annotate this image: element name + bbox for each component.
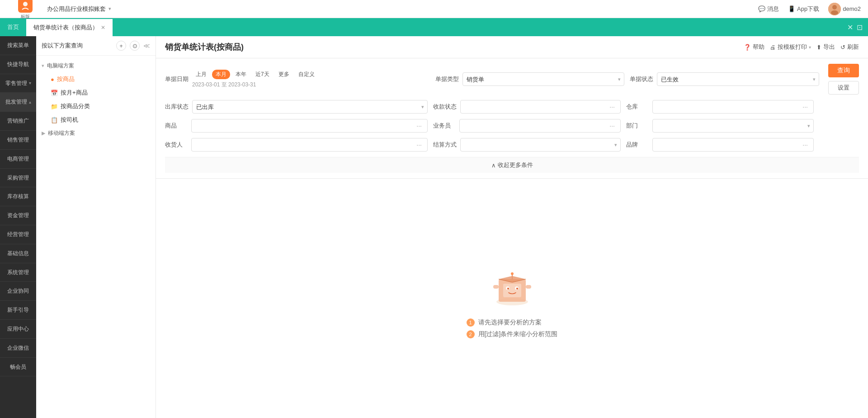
date-tab-this-year[interactable]: 本年 — [232, 70, 250, 79]
filter-panel-actions: + ⊙ ≪ — [116, 41, 150, 51]
export-icon: ⬆ — [816, 44, 821, 51]
app-download-btn[interactable]: 📱 App下载 — [788, 5, 819, 13]
payment-status-input[interactable]: ··· — [460, 100, 621, 114]
sidebar-item-corp[interactable]: 企业协同 — [0, 282, 36, 301]
tree-item-by-month-goods[interactable]: 📅 按月+商品 — [45, 86, 156, 100]
sidebar-item-appcenter[interactable]: 应用中心 — [0, 320, 36, 339]
svg-point-2 — [832, 5, 837, 10]
filter-add-btn[interactable]: + — [116, 41, 126, 51]
sidebar-item-sys[interactable]: 系统管理 — [0, 263, 36, 282]
receiver-input[interactable]: ··· — [191, 138, 428, 152]
date-tab-custom[interactable]: 自定义 — [295, 70, 318, 79]
dept-select[interactable] — [652, 119, 814, 133]
salesperson-label: 业务员 — [433, 122, 456, 130]
by-sku-icon: 📋 — [51, 117, 58, 124]
doc-type-field: 单据类型 销货单 ▾ — [435, 72, 625, 86]
export-btn[interactable]: ⬆ 导出 — [816, 43, 835, 51]
tree-desktop[interactable]: ▾ 电脑端方案 — [36, 59, 156, 72]
tab-maximize[interactable]: ⊡ — [857, 23, 863, 32]
header-right: 💬 消息 📱 App下载 demo2 — [758, 3, 861, 15]
date-tab-this-month[interactable]: 本月 — [212, 70, 230, 79]
query-btn[interactable]: 查询 — [828, 64, 859, 77]
dept-select-wrapper: ▾ — [652, 119, 814, 133]
goods-ellipsis[interactable]: ··· — [415, 122, 424, 129]
sidebar-item-ops[interactable]: 经营管理 — [0, 225, 36, 244]
settlement-label: 结算方式 — [433, 141, 457, 149]
goods-input[interactable]: ··· — [191, 119, 428, 133]
salesperson-input[interactable]: ··· — [459, 119, 621, 133]
by-month-goods-icon: 📅 — [51, 90, 58, 96]
brand-ellipsis[interactable]: ··· — [801, 141, 810, 148]
tab-sales-stat[interactable]: 销货单统计表（按商品） ✕ — [26, 18, 113, 36]
help-icon: ❓ — [744, 44, 751, 51]
payment-status-ellipsis[interactable]: ··· — [608, 103, 617, 110]
doc-status-select[interactable]: 已生效 — [657, 72, 819, 86]
tree-mobile[interactable]: ▶ 移动端方案 — [36, 127, 156, 140]
warehouse-ellipsis[interactable]: ··· — [801, 103, 810, 110]
print-btn[interactable]: 🖨 按模板打印 ▾ — [770, 43, 811, 51]
message-btn[interactable]: 💬 消息 — [758, 5, 779, 13]
tab-close-window[interactable]: ✕ — [847, 23, 853, 32]
svg-rect-17 — [526, 285, 531, 289]
filter-collapse-btn[interactable]: ≪ — [143, 42, 150, 49]
refresh-btn[interactable]: ↺ 刷新 — [840, 43, 859, 51]
sidebar-item-search[interactable]: 搜索菜单 — [0, 36, 36, 55]
filter-row-4: 收货人 ··· 结算方式 ▾ — [165, 138, 859, 152]
logo-text: 标版 — [21, 14, 30, 20]
empty-tip-2: 2 用[过滤]条件来缩小分析范围 — [467, 330, 558, 338]
settlement-select[interactable] — [460, 138, 621, 152]
sidebar-item-finance[interactable]: 资金管理 — [0, 206, 36, 225]
print-dropdown-arrow[interactable]: ▾ — [809, 45, 811, 50]
sidebar-item-marketing[interactable]: 营销推广 — [0, 112, 36, 131]
brand-input[interactable]: ··· — [652, 138, 814, 152]
sidebar-item-quicknav[interactable]: 快捷导航 — [0, 55, 36, 74]
warehouse-input[interactable]: ··· — [652, 100, 814, 114]
app-title-dropdown[interactable]: ▾ — [108, 6, 111, 12]
sidebar-item-purchase[interactable]: 采购管理 — [0, 169, 36, 188]
help-btn[interactable]: ❓ 帮助 — [744, 43, 764, 51]
logo-area: 标版 — [7, 0, 43, 20]
settings-btn[interactable]: 设置 — [828, 81, 859, 95]
collapse-conditions-btn[interactable]: ∧ 收起更多条件 — [165, 157, 859, 173]
message-icon: 💬 — [758, 5, 765, 12]
stock-status-select[interactable]: 已出库 — [192, 100, 428, 114]
date-label: 单据日期 — [165, 75, 189, 83]
page-header: 销货单统计表(按商品) ❓ 帮助 🖨 按模板打印 ▾ ⬆ — [156, 36, 868, 58]
doc-type-select[interactable]: 销货单 — [462, 72, 625, 86]
tree-item-by-goods[interactable]: ● 按商品 — [45, 72, 156, 86]
tab-close-btn[interactable]: ✕ — [101, 25, 105, 30]
tree-item-by-goods-cat[interactable]: 📁 按商品分类 — [45, 100, 156, 113]
sidebar-item-vip[interactable]: 畅会员 — [0, 358, 36, 377]
filter-row-1: 单据日期 上月 本月 本年 近7天 更多 自定义 2023-03-01 至 20… — [165, 64, 859, 95]
filter-settings-btn[interactable]: ⊙ — [130, 41, 140, 51]
by-goods-icon: ● — [51, 76, 54, 83]
doc-status-label: 单据状态 — [630, 75, 653, 83]
stock-status-select-wrapper: 已出库 ▾ — [192, 100, 428, 114]
sidebar-item-inventory[interactable]: 库存核算 — [0, 187, 36, 206]
tree-item-by-sku[interactable]: 📋 按司机 — [45, 113, 156, 127]
date-tab-more[interactable]: 更多 — [275, 70, 293, 79]
tab-home[interactable]: 首页 — [0, 18, 26, 36]
refresh-icon: ↺ — [840, 44, 845, 51]
svg-point-15 — [511, 272, 514, 275]
sidebar-item-wholesale[interactable]: 批发管理 ▴ — [0, 93, 36, 112]
date-tab-7days[interactable]: 近7天 — [252, 70, 273, 79]
date-range: 2023-03-01 至 2023-03-31 — [192, 81, 430, 89]
sidebar-item-basic[interactable]: 基础信息 — [0, 244, 36, 263]
print-icon: 🖨 — [770, 44, 776, 51]
settlement-field: 结算方式 ▾ — [433, 138, 621, 152]
goods-field: 商品 ··· — [165, 119, 428, 133]
svg-point-13 — [516, 288, 518, 290]
sidebar-item-ecom[interactable]: 电商管理 — [0, 150, 36, 169]
salesperson-ellipsis[interactable]: ··· — [608, 122, 617, 129]
payment-status-field: 收款状态 ··· — [433, 100, 621, 114]
tree-desktop-children: ● 按商品 📅 按月+商品 📁 按商品分类 📋 按司机 — [36, 72, 156, 127]
sidebar-item-guide[interactable]: 新手引导 — [0, 301, 36, 320]
receiver-ellipsis[interactable]: ··· — [415, 141, 424, 148]
collapse-up-icon: ∧ — [491, 162, 496, 169]
date-tab-last-month[interactable]: 上月 — [192, 70, 210, 79]
sidebar-item-wechat[interactable]: 企业微信 — [0, 339, 36, 358]
sidebar-item-retail[interactable]: 零售管理 ▾ — [0, 74, 36, 93]
sidebar-item-sales-mgmt[interactable]: 销售管理 — [0, 131, 36, 150]
user-avatar[interactable]: demo2 — [828, 3, 861, 15]
